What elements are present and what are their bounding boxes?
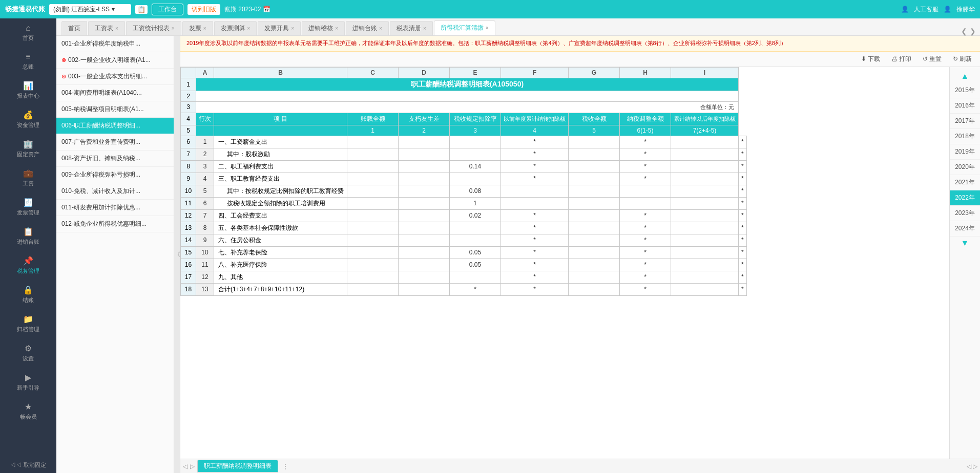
year-nav-down-arrow[interactable]: ▼ — [959, 236, 971, 250]
sidebar-item-asset-mgmt[interactable]: 💰 资金管理 — [0, 105, 56, 134]
table-cell[interactable] — [347, 148, 399, 160]
table-cell[interactable]: * — [739, 209, 747, 222]
tab-invoice-calc[interactable]: 发票测算 × — [214, 21, 257, 35]
year-item-2019[interactable]: 2019年 — [950, 144, 980, 160]
table-cell[interactable] — [671, 283, 739, 295]
spreadsheet-wrapper[interactable]: A B C D E F G H I — [180, 67, 949, 459]
table-cell[interactable] — [347, 197, 399, 209]
tab-home[interactable]: 首页 — [61, 21, 87, 35]
table-cell[interactable]: * — [620, 271, 671, 283]
table-cell[interactable]: * — [620, 234, 671, 246]
table-cell[interactable]: * — [620, 246, 671, 259]
table-cell[interactable] — [569, 222, 620, 234]
table-cell[interactable]: * — [620, 148, 671, 160]
table-cell[interactable]: * — [739, 136, 747, 148]
tab-income-tax-close[interactable]: × — [486, 25, 489, 31]
table-cell[interactable] — [399, 222, 450, 234]
table-cell[interactable] — [347, 160, 399, 173]
download-button[interactable]: ⬇ 下载 — [858, 54, 883, 64]
table-cell[interactable] — [399, 209, 450, 222]
table-cell[interactable] — [671, 197, 739, 209]
prev-sheet-icon2[interactable]: ▷ — [190, 463, 195, 470]
table-cell[interactable]: * — [501, 271, 569, 283]
table-cell[interactable] — [399, 148, 450, 160]
table-cell[interactable] — [450, 222, 501, 234]
tab-invoice-open[interactable]: 发票开具 × — [258, 21, 301, 35]
sidebar-item-new-guide[interactable]: ▶ 新手引导 — [0, 368, 56, 397]
table-cell[interactable] — [347, 246, 399, 259]
table-cell[interactable] — [399, 136, 450, 148]
table-cell[interactable] — [671, 148, 739, 160]
tab-tax-clearance[interactable]: 税表清册 × — [390, 21, 433, 35]
table-cell[interactable] — [347, 136, 399, 148]
table-cell[interactable] — [450, 234, 501, 246]
table-cell[interactable] — [347, 185, 399, 197]
table-cell[interactable]: * — [739, 271, 747, 283]
tab-income-tax[interactable]: 所得税汇算清缴 × — [434, 20, 495, 35]
table-cell[interactable]: * — [620, 173, 671, 185]
table-cell[interactable] — [671, 185, 739, 197]
tab-salary-report-close[interactable]: × — [172, 26, 175, 31]
table-cell[interactable] — [347, 173, 399, 185]
form-list-item-005[interactable]: 005-纳税调整项目明细表(A1... — [56, 101, 174, 118]
table-cell[interactable]: * — [501, 160, 569, 173]
year-item-2022[interactable]: 2022年 — [950, 190, 980, 206]
table-cell[interactable] — [399, 271, 450, 283]
table-cell[interactable]: * — [501, 246, 569, 259]
table-cell[interactable] — [569, 234, 620, 246]
table-cell[interactable] — [569, 173, 620, 185]
table-cell[interactable]: * — [739, 234, 747, 246]
form-list-item-009[interactable]: 009-企业所得税弥补亏损明... — [56, 167, 174, 183]
table-cell[interactable] — [347, 259, 399, 271]
sidebar-item-settings[interactable]: ⚙ 设置 — [0, 338, 56, 368]
table-cell[interactable] — [501, 185, 569, 197]
prev-sheet-icon[interactable]: ◁ — [183, 463, 187, 470]
form-list-item-003[interactable]: ⊗ 003-一般企业成本支出明细... — [56, 69, 174, 85]
tab-inout-ledger[interactable]: 进销台账 × — [346, 21, 389, 35]
table-cell[interactable] — [450, 271, 501, 283]
year-item-2015[interactable]: 2015年 — [950, 83, 980, 98]
table-cell[interactable] — [569, 259, 620, 271]
table-cell[interactable] — [671, 160, 739, 173]
table-cell[interactable]: * — [501, 222, 569, 234]
table-cell[interactable]: * — [620, 283, 671, 295]
tab-inout-check-close[interactable]: × — [335, 26, 338, 31]
refresh-button[interactable]: ↻ 刷新 — [950, 54, 975, 64]
tab-salary-close[interactable]: × — [115, 26, 118, 31]
table-cell[interactable]: 0.05 — [450, 259, 501, 271]
year-item-2023[interactable]: 2023年 — [950, 206, 980, 221]
table-cell[interactable]: * — [739, 197, 747, 209]
table-cell[interactable] — [450, 173, 501, 185]
sidebar-item-home[interactable]: ⌂ 首页 — [0, 18, 56, 47]
table-cell[interactable] — [450, 136, 501, 148]
table-cell[interactable]: * — [739, 173, 747, 185]
table-cell[interactable] — [569, 185, 620, 197]
tab-prev-icon[interactable]: ❮ — [961, 27, 967, 35]
table-cell[interactable] — [501, 197, 569, 209]
table-cell[interactable]: * — [739, 259, 747, 271]
tab-tax-clearance-close[interactable]: × — [423, 26, 426, 31]
table-cell[interactable]: 0.02 — [450, 209, 501, 222]
table-cell[interactable] — [569, 271, 620, 283]
form-list-item-002[interactable]: ⊗ 002-一般企业收入明细表(A1... — [56, 52, 174, 69]
table-cell[interactable]: * — [501, 136, 569, 148]
table-cell[interactable] — [671, 259, 739, 271]
table-cell[interactable]: * — [501, 148, 569, 160]
table-cell[interactable] — [671, 209, 739, 222]
table-cell[interactable]: * — [620, 222, 671, 234]
table-cell[interactable] — [347, 234, 399, 246]
table-cell[interactable] — [569, 136, 620, 148]
table-cell[interactable] — [347, 283, 399, 295]
cut-version-button[interactable]: 切到旧版 — [187, 4, 220, 15]
tab-next-icon[interactable]: ❯ — [970, 27, 976, 35]
table-cell[interactable] — [347, 271, 399, 283]
table-cell[interactable]: * — [501, 234, 569, 246]
year-nav-up-arrow[interactable]: ▲ — [959, 70, 971, 83]
sidebar-item-tax-mgmt[interactable]: 📌 税务管理 — [0, 251, 56, 280]
tab-invoice-calc-close[interactable]: × — [247, 26, 251, 31]
year-item-2021[interactable]: 2021年 — [950, 175, 980, 190]
table-cell[interactable] — [620, 197, 671, 209]
sidebar-item-closing[interactable]: 🔒 结账 — [0, 280, 56, 309]
table-cell[interactable] — [450, 148, 501, 160]
sheet-tab-salary[interactable]: 职工薪酬纳税调整明细表 — [197, 460, 278, 472]
